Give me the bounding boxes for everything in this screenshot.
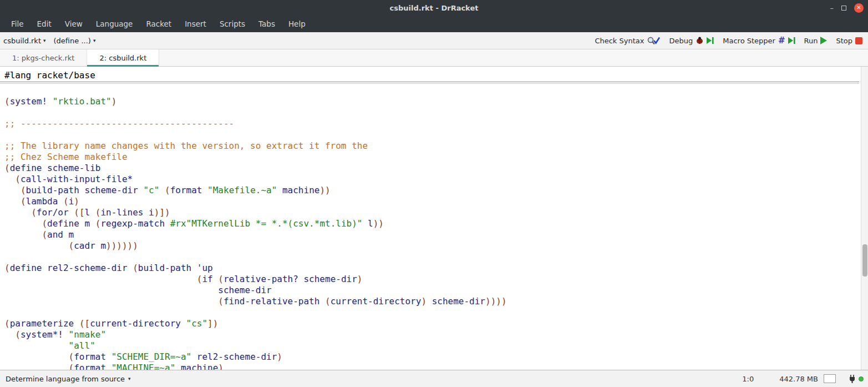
code-line: (cadr m)))))) [4, 240, 857, 252]
code-line [4, 252, 857, 263]
run-button[interactable]: Run [804, 37, 828, 45]
tab-label: 2: csbuild.rkt [99, 54, 146, 62]
stop-button[interactable]: Stop [836, 37, 862, 45]
definition-dropdown[interactable]: (define ...) ▾ [54, 37, 96, 45]
menu-item-insert[interactable]: Insert [178, 17, 213, 31]
dropdown-arrow-icon: ▾ [128, 376, 131, 381]
toolbar-left: csbuild.rkt ▾ (define ...) ▾ [0, 37, 95, 45]
menu-item-help[interactable]: Help [282, 17, 312, 31]
code-line: (build-path scheme-dir "c" (format "Make… [4, 185, 857, 196]
gc-button[interactable] [824, 374, 836, 383]
vertical-scrollbar[interactable] [861, 67, 868, 370]
menu-item-scripts[interactable]: Scripts [213, 17, 252, 31]
code-line: (define scheme-lib [4, 163, 857, 174]
debug-label: Debug [669, 37, 693, 45]
code-line [4, 85, 857, 96]
code-line: (lambda (i) [4, 196, 857, 207]
menu-item-tabs[interactable]: Tabs [252, 17, 282, 31]
maximize-icon [841, 6, 846, 11]
menu-item-view[interactable]: View [58, 17, 89, 31]
menu-item-edit[interactable]: Edit [31, 17, 58, 31]
check-syntax-label: Check Syntax [595, 37, 644, 45]
code-line: (if (relative-path? scheme-dir) [4, 274, 857, 285]
tabbar: 1: pkgs-check.rkt 2: csbuild.rkt [0, 49, 868, 67]
file-scope-dropdown[interactable]: csbuild.rkt ▾ [3, 37, 46, 45]
status-dot [859, 376, 864, 381]
tab-csbuild[interactable]: 2: csbuild.rkt [87, 49, 159, 66]
toolbar-right: Check Syntax Debug [595, 36, 868, 46]
step-icon [788, 37, 795, 44]
debug-button[interactable]: Debug [669, 37, 714, 45]
macro-stepper-label: Macro Stepper [723, 37, 775, 45]
statusbar-right: 1:0 442.78 MB [742, 374, 868, 383]
code-line: (for/or ([l (in-lines i)]) [4, 207, 857, 218]
lang-line-separator [0, 82, 859, 84]
code-line: (and m [4, 229, 857, 240]
toolbar: csbuild.rkt ▾ (define ...) ▾ Check Synta… [0, 32, 868, 49]
window-controls: – ✕ [830, 0, 864, 16]
code-line: (system! "rktio.bat") [4, 96, 857, 107]
window-title: csbuild.rkt - DrRacket [0, 4, 868, 12]
menu-item-racket[interactable]: Racket [139, 17, 178, 31]
code-line: (define m (regexp-match #rx"MTKernelLib … [4, 218, 857, 229]
language-selector[interactable]: Determine language from source ▾ [0, 373, 136, 385]
menu-item-file[interactable]: File [4, 17, 31, 31]
code-line: (find-relative-path (current-directory) … [4, 296, 857, 307]
bug-icon [696, 37, 704, 44]
tab-label: 1: pkgs-check.rkt [12, 54, 74, 62]
cursor-position: 1:0 [742, 375, 754, 383]
code-line [4, 129, 857, 140]
step-icon [707, 37, 714, 44]
tab-pkgs-check[interactable]: 1: pkgs-check.rkt [0, 49, 87, 66]
file-scope-label: csbuild.rkt [3, 37, 41, 45]
plug-icon [849, 375, 855, 383]
code-line: (parameterize ([current-directory "cs"]) [4, 318, 857, 329]
code-line [4, 107, 857, 118]
code-line: (system*! "nmake" [4, 329, 857, 340]
menubar: File Edit View Language Racket Insert Sc… [0, 16, 868, 32]
code-area[interactable]: #lang racket/base (system! "rktio.bat") … [0, 67, 868, 370]
dropdown-arrow-icon: ▾ [43, 38, 46, 43]
code-line: ;; The library name changes with the ver… [4, 140, 857, 152]
code-line: (format "MACHINE=~a" machine) [4, 363, 857, 370]
maximize-button[interactable] [841, 6, 846, 11]
language-selector-label: Determine language from source [6, 375, 125, 383]
stop-label: Stop [836, 37, 852, 45]
titlebar: csbuild.rkt - DrRacket – ✕ [0, 0, 868, 16]
menu-item-language[interactable]: Language [89, 17, 140, 31]
memory-usage: 442.78 MB [779, 375, 818, 383]
code-line: ;; Chez Scheme makefile [4, 152, 857, 163]
code-line: scheme-dir [4, 285, 857, 296]
check-syntax-button[interactable]: Check Syntax [595, 36, 660, 46]
minimize-button[interactable]: – [830, 4, 834, 12]
close-button[interactable]: ✕ [854, 3, 864, 13]
stop-icon [855, 37, 862, 44]
hash-icon: # [778, 36, 785, 46]
definitions-editor[interactable]: #lang racket/base (system! "rktio.bat") … [0, 67, 868, 370]
code-line: (define rel2-scheme-dir (build-path 'up [4, 263, 857, 274]
code-line [4, 307, 857, 318]
scrollbar-thumb[interactable] [862, 244, 867, 277]
run-label: Run [804, 37, 818, 45]
definition-dropdown-label: (define ...) [54, 37, 91, 45]
code-line: (call-with-input-file* [4, 174, 857, 185]
macro-stepper-button[interactable]: Macro Stepper # [723, 36, 795, 46]
code-line: "all" [4, 340, 857, 351]
code-line: (format "SCHEME_DIR=~a" rel2-scheme-dir) [4, 351, 857, 363]
code-line: ;; -------------------------------------… [4, 118, 857, 129]
code-line: #lang racket/base [4, 70, 857, 81]
statusbar: Determine language from source ▾ 1:0 442… [0, 370, 868, 387]
run-icon [820, 37, 827, 44]
dropdown-arrow-icon: ▾ [93, 38, 96, 43]
magnifier-check-icon [647, 36, 660, 46]
